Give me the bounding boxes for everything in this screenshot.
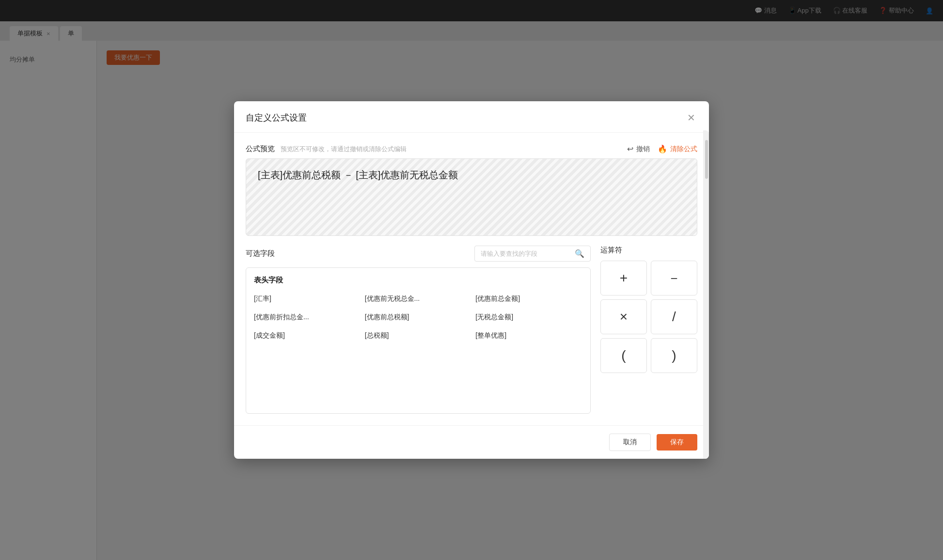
undo-button[interactable]: ↩ 撤销: [627, 144, 650, 154]
fields-title: 可选字段: [246, 249, 275, 258]
formula-display: [主表]优惠前总税额 － [主表]优惠前无税总金额: [246, 158, 697, 236]
operator-plus[interactable]: +: [600, 261, 647, 296]
fields-category-title: 表头字段: [254, 276, 582, 285]
fields-header: 可选字段 🔍: [246, 246, 591, 262]
fields-list-inner[interactable]: 表头字段 [汇率] [优惠前无税总金... [优惠前总金额] [优惠前折扣总金.…: [246, 268, 590, 413]
undo-label: 撤销: [636, 145, 650, 154]
formula-text: [主表]优惠前总税额 － [主表]优惠前无税总金额: [258, 169, 458, 182]
dialog-body: 公式预览 预览区不可修改，请通过撤销或清除公式编辑 ↩ 撤销 🔥 清除公式: [234, 133, 709, 425]
field-item-zse[interactable]: [总税额]: [365, 329, 472, 342]
dialog-scrollbar: [703, 130, 709, 459]
field-item-yoqzkzj[interactable]: [优惠前折扣总金...: [254, 311, 361, 324]
formula-preview-header: 公式预览 预览区不可修改，请通过撤销或清除公式编辑 ↩ 撤销 🔥 清除公式: [246, 144, 697, 154]
operator-minus[interactable]: －: [651, 261, 697, 296]
dialog-title: 自定义公式设置: [246, 112, 307, 124]
field-item-yoqwsz[interactable]: [优惠前无税总金...: [365, 293, 472, 305]
formula-preview-label-row: 公式预览 预览区不可修改，请通过撤销或清除公式编辑: [246, 144, 407, 154]
save-button[interactable]: 保存: [657, 434, 697, 451]
fields-search-input[interactable]: [481, 250, 571, 257]
operator-divide[interactable]: /: [651, 299, 697, 334]
clear-formula-button[interactable]: 🔥 清除公式: [658, 144, 697, 154]
field-item-cjje[interactable]: [成交金额]: [254, 329, 361, 342]
operator-open-paren[interactable]: (: [600, 338, 647, 373]
field-item-yoqzse[interactable]: [优惠前总税额]: [365, 311, 472, 324]
operators-title: 运算符: [600, 246, 697, 255]
search-icon: 🔍: [575, 249, 584, 258]
field-item-zdyh[interactable]: [整单优惠]: [475, 329, 582, 342]
dialog-header: 自定义公式设置 ✕: [234, 101, 709, 133]
undo-icon: ↩: [627, 144, 633, 154]
operator-multiply[interactable]: ×: [600, 299, 647, 334]
fields-operators-section: 可选字段 🔍 表头字段 [汇率] [优惠前无税总金... [优惠: [246, 246, 697, 414]
formula-preview-title: 公式预览: [246, 144, 275, 154]
field-item-yoqzje[interactable]: [优惠前总金额]: [475, 293, 582, 305]
cancel-button[interactable]: 取消: [609, 434, 651, 451]
fields-grid: [汇率] [优惠前无税总金... [优惠前总金额] [优惠前折扣总金... [优…: [254, 293, 582, 342]
dialog-scrollbar-thumb: [705, 140, 708, 179]
operators-section: 运算符 + － × / ( ): [600, 246, 697, 414]
field-item-huilu[interactable]: [汇率]: [254, 293, 361, 305]
operator-close-paren[interactable]: ): [651, 338, 697, 373]
fields-list-container: 表头字段 [汇率] [优惠前无税总金... [优惠前总金额] [优惠前折扣总金.…: [246, 267, 591, 414]
modal-overlay: 自定义公式设置 ✕ 公式预览 预览区不可修改，请通过撤销或清除公式编辑 ↩ 撤销: [0, 0, 943, 560]
formula-preview-hint: 预览区不可修改，请通过撤销或清除公式编辑: [281, 145, 407, 154]
fields-section: 可选字段 🔍 表头字段 [汇率] [优惠前无税总金... [优惠: [246, 246, 591, 414]
clear-icon: 🔥: [658, 144, 667, 154]
fields-search-box[interactable]: 🔍: [474, 246, 591, 262]
clear-label: 清除公式: [670, 145, 697, 154]
formula-dialog: 自定义公式设置 ✕ 公式预览 预览区不可修改，请通过撤销或清除公式编辑 ↩ 撤销: [234, 101, 709, 459]
formula-actions: ↩ 撤销 🔥 清除公式: [627, 144, 697, 154]
close-button[interactable]: ✕: [685, 111, 697, 124]
formula-preview-section: 公式预览 预览区不可修改，请通过撤销或清除公式编辑 ↩ 撤销 🔥 清除公式: [246, 144, 697, 236]
field-item-wszje[interactable]: [无税总金额]: [475, 311, 582, 324]
operators-grid: + － × / ( ): [600, 261, 697, 373]
dialog-footer: 取消 保存: [234, 425, 709, 459]
